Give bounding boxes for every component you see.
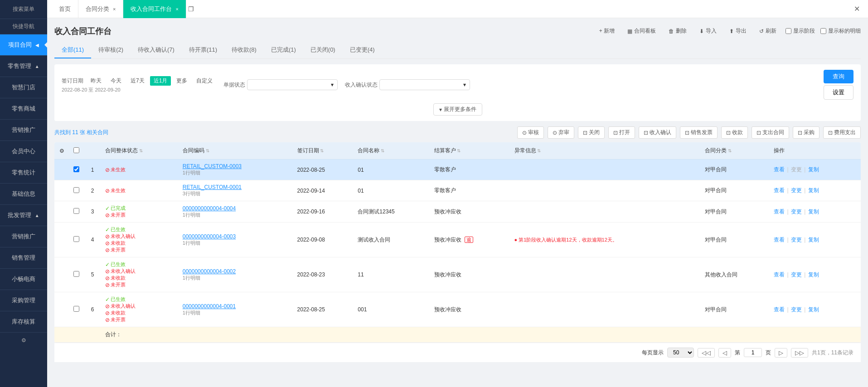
close-window-btn[interactable]: ✕ [850, 5, 863, 13]
row-checkbox-cell[interactable] [69, 292, 83, 327]
overall-status-col[interactable]: 合同整体状态 [102, 142, 179, 160]
sidebar-item-member[interactable]: 会员中心 [0, 141, 47, 162]
sidebar-item-retail-stats[interactable]: 零售统计 [0, 162, 47, 184]
contract-board-button[interactable]: ▦ 合同看板 [624, 25, 659, 37]
custom-btn[interactable]: 自定义 [193, 76, 216, 86]
row-checkbox-cell[interactable] [69, 160, 83, 180]
copy-btn[interactable]: 复制 [808, 237, 819, 243]
contract-code-link[interactable]: 0000000000004-0001 [183, 303, 290, 310]
more-btn[interactable]: 更多 [173, 76, 191, 86]
sidebar-item-sales[interactable]: 销售管理 [0, 247, 47, 269]
status-tab-pending-review[interactable]: 待审核(2) [91, 42, 131, 58]
sidebar-item-ecommerce[interactable]: 小畅电商 [0, 269, 47, 290]
view-btn[interactable]: 查看 [774, 208, 785, 215]
delete-button[interactable]: 🗑 删除 [665, 25, 690, 37]
next-page-btn[interactable]: ▷ [775, 348, 787, 358]
row-checkbox[interactable] [73, 166, 79, 172]
view-btn[interactable]: 查看 [774, 271, 785, 278]
sidebar-item-online-store[interactable]: 零售商城 [0, 98, 47, 120]
row-checkbox[interactable] [73, 271, 79, 277]
status-tab-pending-confirm[interactable]: 待收入确认(7) [131, 42, 182, 58]
contract-code-col[interactable]: 合同编码 [179, 142, 294, 160]
restore-window-btn[interactable]: ❐ [186, 5, 196, 13]
page-number-input[interactable] [744, 348, 762, 357]
yesterday-btn[interactable]: 昨天 [87, 76, 105, 86]
edit-btn[interactable]: 变更 [791, 166, 802, 173]
today-btn[interactable]: 今天 [107, 76, 125, 86]
close-btn[interactable]: ⊡ 关闭 [578, 126, 605, 139]
last7-btn[interactable]: 近7天 [127, 76, 148, 86]
settings-col[interactable]: ⚙ [54, 142, 69, 160]
tab-close-icon[interactable]: × [113, 6, 116, 12]
sidebar-item-marketing2[interactable]: 营销推广 [0, 226, 47, 247]
show-stages-input[interactable] [786, 28, 791, 34]
refresh-button[interactable]: ↺ 刷新 [756, 25, 780, 37]
sidebar-item-project[interactable]: 项目合同 ◀ [0, 34, 47, 56]
row-checkbox[interactable] [73, 187, 79, 193]
show-details-input[interactable] [820, 28, 826, 34]
tab-home[interactable]: 首页 [52, 0, 78, 18]
row-checkbox-cell[interactable] [69, 223, 83, 257]
status-tab-all[interactable]: 全部(11) [54, 42, 91, 58]
copy-btn[interactable]: 复制 [808, 166, 819, 173]
income-confirm-btn[interactable]: ⊡ 收入确认 [639, 126, 676, 139]
doc-status-select[interactable]: ▾ [247, 79, 338, 90]
contract-category-col[interactable]: 合同分类 [701, 142, 770, 160]
view-btn[interactable]: 查看 [774, 306, 785, 313]
row-checkbox-cell[interactable] [69, 201, 83, 223]
purchase-btn[interactable]: ⊡ 采购 [793, 126, 820, 139]
contract-code-link[interactable]: RETAIL_CUSTOM-0003 [183, 163, 290, 169]
copy-btn[interactable]: 复制 [808, 271, 819, 278]
sidebar-search[interactable]: 搜索菜单 [0, 0, 47, 19]
status-tab-changed[interactable]: 已变更(4) [343, 42, 382, 58]
status-tab-closed[interactable]: 已关闭(0) [303, 42, 343, 58]
set-button[interactable]: 设置 [824, 85, 853, 100]
status-tab-completed[interactable]: 已完成(1) [264, 42, 303, 58]
sidebar-item-base-info[interactable]: 基础信息 [0, 184, 47, 205]
view-btn[interactable]: 查看 [774, 166, 785, 173]
sidebar-item-wholesale[interactable]: 批发管理 ▲ [0, 205, 47, 226]
page-size-select[interactable]: 50 20 100 200 [667, 348, 694, 358]
export-button[interactable]: ⬆ 导出 [726, 25, 750, 37]
select-all-checkbox[interactable] [73, 147, 79, 153]
settlement-customer-col[interactable]: 结算客户 [431, 142, 511, 160]
expand-filter-btn[interactable]: ▾ 展开更多条件 [433, 103, 482, 116]
sidebar-item-marketing[interactable]: 营销推广 [0, 120, 47, 141]
contract-code-link[interactable]: 0000000000004-0003 [183, 233, 290, 240]
contract-name-col[interactable]: 合同名称 [354, 142, 430, 160]
row-checkbox[interactable] [73, 208, 79, 214]
edit-btn[interactable]: 变更 [791, 187, 802, 194]
sidebar-item-smart-store[interactable]: 智慧门店 [0, 77, 47, 98]
contract-code-link[interactable]: 0000000000004-0004 [183, 205, 290, 212]
sales-invoice-btn[interactable]: ⊡ 销售发票 [680, 126, 718, 139]
first-page-btn[interactable]: ◁◁ [698, 348, 715, 358]
row-checkbox[interactable] [73, 236, 79, 242]
edit-btn[interactable]: 变更 [791, 306, 802, 313]
copy-btn[interactable]: 复制 [808, 306, 819, 313]
edit-btn[interactable]: 变更 [791, 237, 802, 243]
show-details-checkbox[interactable]: 显示标的明细 [820, 27, 861, 35]
status-tab-pending-payment[interactable]: 待收款(8) [224, 42, 264, 58]
open-btn[interactable]: ⊡ 打开 [608, 126, 635, 139]
last-page-btn[interactable]: ▷▷ [791, 348, 808, 358]
sidebar-item-retail[interactable]: 零售管理 ▲ [0, 56, 47, 77]
sidebar-item-purchase[interactable]: 采购管理 [0, 290, 47, 311]
query-button[interactable]: 查询 [824, 70, 853, 83]
show-stages-checkbox[interactable]: 显示阶段 [786, 27, 815, 35]
status-tab-pending-invoice[interactable]: 待开票(11) [182, 42, 224, 58]
sidebar-settings-btn[interactable]: ⚙ [0, 333, 47, 348]
last1month-btn[interactable]: 近1月 [150, 76, 171, 86]
view-btn[interactable]: 查看 [774, 237, 785, 243]
expense-out-btn[interactable]: ⊡ 支出合同 [752, 126, 789, 139]
edit-btn[interactable]: 变更 [791, 271, 802, 278]
prev-page-btn[interactable]: ◁ [718, 348, 731, 358]
abandon-btn[interactable]: ⊙ 弃审 [548, 126, 574, 139]
sidebar-item-inventory[interactable]: 库存核算 [0, 311, 47, 333]
sidebar-quick-nav[interactable]: 快捷导航 [0, 19, 47, 34]
income-confirm-select[interactable]: ▾ [379, 79, 470, 90]
abnormal-info-col[interactable]: 异常信息 [511, 142, 701, 160]
tab-income-workbench[interactable]: 收入合同工作台 × [123, 0, 186, 18]
contract-code-link[interactable]: RETAIL_CUSTOM-0001 [183, 184, 290, 190]
row-checkbox[interactable] [73, 306, 79, 312]
tab-close-active-icon[interactable]: × [175, 6, 178, 12]
